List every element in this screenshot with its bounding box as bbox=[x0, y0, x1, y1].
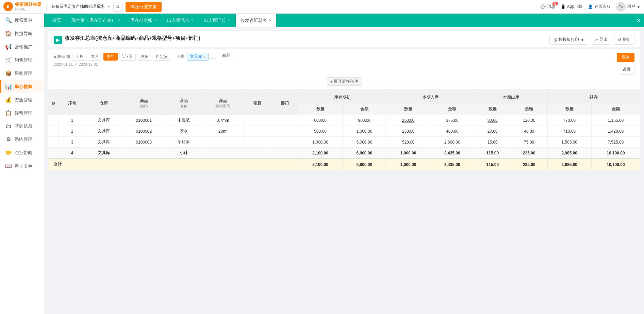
row-spec: 0.7mm bbox=[202, 115, 244, 126]
row-in-qty[interactable]: 1,000.00 bbox=[386, 148, 430, 159]
date-btn-last-month[interactable]: 上月 bbox=[72, 53, 86, 61]
sidebar-item-purchase[interactable]: 📦 采购管理 bbox=[0, 67, 44, 80]
row-warehouse: 文具库 bbox=[86, 148, 122, 159]
row-in-qty-link[interactable]: 1,000.00 bbox=[400, 151, 416, 155]
row-name: 胶水 bbox=[166, 126, 202, 137]
row-dept bbox=[271, 148, 298, 159]
warehouse-more-dots[interactable]: ... bbox=[211, 54, 217, 60]
setting-button[interactable]: 设置 bbox=[619, 65, 634, 75]
row-in-qty-link[interactable]: 520.00 bbox=[402, 140, 415, 145]
row-opening-qty: 2,100.00 bbox=[298, 148, 342, 159]
row-spec: 20ml bbox=[202, 126, 244, 137]
user-area[interactable]: Ea 用户 ▼ bbox=[616, 2, 641, 12]
row-out-qty-link[interactable]: 15.00 bbox=[488, 140, 498, 145]
row-in-qty[interactable]: 250.00 bbox=[386, 115, 430, 126]
row-balance-amt: 10,100.00 bbox=[591, 148, 640, 159]
message-button[interactable]: 💬 消息 6 bbox=[541, 4, 555, 10]
row-out-qty-link[interactable]: 115.00 bbox=[486, 151, 499, 155]
sidebar-item-enterprise[interactable]: 🤝 企业协同 bbox=[0, 146, 44, 159]
brand-tag: 标准版 bbox=[15, 7, 42, 12]
trial-button[interactable]: 体验行业方案 bbox=[126, 2, 162, 12]
row-dept bbox=[271, 137, 298, 148]
footer-opening-amt: 6,900.00 bbox=[342, 159, 386, 170]
export-icon: ↗ bbox=[595, 37, 598, 42]
row-in-qty[interactable]: 230.00 bbox=[386, 126, 430, 137]
sidebar-item-sales[interactable]: 🛒 销售管理 bbox=[0, 53, 44, 67]
footer-out-qty: 115.00 bbox=[474, 159, 511, 170]
tab-inout-summary[interactable]: 出入库汇总 × bbox=[199, 14, 235, 27]
date-btn-more[interactable]: 更多 bbox=[137, 53, 151, 61]
sidebar-item-quick-nav[interactable]: 🏠 快捷导航 bbox=[0, 27, 44, 40]
print-icon: 🖨 bbox=[553, 37, 557, 42]
row-in-qty-link[interactable]: 230.00 bbox=[402, 129, 415, 134]
tab-inout-summary-close[interactable]: × bbox=[228, 18, 230, 23]
row-out-qty-link[interactable]: 80.00 bbox=[488, 118, 498, 123]
sidebar-item-operations[interactable]: 📋 经营管理 bbox=[0, 106, 44, 120]
date-range-display: 2023-01-01 至 2023-12-31 bbox=[54, 62, 171, 67]
row-in-qty-link[interactable]: 250.00 bbox=[402, 118, 415, 123]
tab-inout-flow-close[interactable]: × bbox=[191, 18, 194, 23]
tab-batch-close[interactable]: × bbox=[154, 18, 157, 23]
export-button[interactable]: ↗ 导出 bbox=[591, 35, 611, 45]
col-project-header: 项目 bbox=[244, 92, 271, 115]
sidebar-item-basic-info[interactable]: 🗂 基础信息 bbox=[0, 120, 44, 133]
query-button[interactable]: 查询 bbox=[617, 53, 634, 62]
tab-stock-dist[interactable]: 现存量（库存分布表） × bbox=[67, 14, 125, 27]
row-code: 0100002 bbox=[122, 126, 166, 137]
row-out-qty[interactable]: 115.00 bbox=[474, 148, 511, 159]
date-btn-this-year[interactable]: 本年 bbox=[103, 53, 118, 61]
sidebar-item-guide[interactable]: 📖 新手引导 bbox=[0, 159, 44, 172]
system-dropdown-icon[interactable]: ▼ bbox=[107, 5, 111, 9]
settings-icon-button[interactable]: ⚙ bbox=[113, 2, 123, 12]
sidebar-item-inventory[interactable]: 📊 库存核算 bbox=[0, 80, 44, 93]
date-btn-custom[interactable]: 自定义 bbox=[153, 53, 171, 61]
tab-home[interactable]: 首页 bbox=[48, 14, 66, 27]
col-in-amt-header: 金额 bbox=[430, 103, 474, 115]
row-checkbox-cell bbox=[48, 126, 59, 137]
tab-batch[interactable]: 库存批次账 × bbox=[126, 14, 162, 27]
col-out-amt-header: 金额 bbox=[511, 103, 548, 115]
col-no-header: 序号 bbox=[59, 92, 86, 115]
sales-icon: 🛒 bbox=[5, 57, 12, 63]
row-out-qty[interactable]: 20.00 bbox=[474, 126, 511, 137]
row-opening-qty: 500.00 bbox=[298, 126, 342, 137]
row-warehouse: 文具库 bbox=[86, 126, 122, 137]
sidebar-item-search[interactable]: 🔍 搜索菜单 bbox=[0, 14, 44, 27]
col-settings-header[interactable]: ⚙ bbox=[48, 92, 59, 115]
online-service-button[interactable]: 👤 在线客服 bbox=[588, 4, 611, 10]
tab-inout-flow[interactable]: 出入库流水 × bbox=[162, 14, 198, 27]
print-button[interactable]: 🖨 按模板打印 ▼ bbox=[549, 35, 588, 45]
expand-arrow-button[interactable]: ▶ bbox=[54, 36, 62, 44]
inventory-icon: 📊 bbox=[5, 83, 12, 90]
home-icon: 🏠 bbox=[5, 30, 12, 37]
footer-balance-amt: 10,100.00 bbox=[591, 159, 640, 170]
date-btn-7days[interactable]: 近7天 bbox=[119, 53, 136, 61]
sidebar-item-marketing[interactable]: 📢 营销推广 bbox=[0, 40, 44, 53]
sidebar-item-finance[interactable]: 💰 资金管理 bbox=[0, 93, 44, 106]
tab-receipt-summary-close[interactable]: × bbox=[269, 18, 271, 23]
system-name: 装备及固定资产辅助管理系统 bbox=[51, 4, 104, 10]
footer-out-amt: 235.00 bbox=[511, 159, 548, 170]
content-area: 首页 现存量（库存分布表） × 库存批次账 × 出入库流水 × 出入库汇总 × bbox=[44, 14, 644, 314]
sidebar-item-system[interactable]: ⚙ 系统管理 bbox=[0, 133, 44, 146]
operations-icon: 📋 bbox=[5, 110, 12, 116]
tab-stock-dist-close[interactable]: × bbox=[118, 18, 120, 23]
row-out-qty[interactable]: 15.00 bbox=[474, 137, 511, 148]
sidebar: 🔍 搜索菜单 🏠 快捷导航 📢 营销推广 🛒 销售管理 📦 采购管 bbox=[0, 14, 44, 314]
warehouse-tag-close[interactable]: × bbox=[203, 55, 205, 59]
sidebar-label-finance: 资金管理 bbox=[15, 97, 32, 103]
goods-filter-label: 商品 bbox=[222, 53, 230, 59]
system-icon: ⚙ bbox=[5, 136, 12, 143]
app-download-button[interactable]: 📱 App下载 bbox=[561, 4, 582, 10]
row-out-qty-link[interactable]: 20.00 bbox=[488, 129, 498, 134]
row-out-qty[interactable]: 80.00 bbox=[474, 115, 511, 126]
expand-more-button[interactable]: ▾ 展开更多条件 bbox=[327, 77, 362, 86]
row-opening-amt: 1,000.00 bbox=[342, 126, 386, 137]
goods-more-dots[interactable]: ... bbox=[232, 53, 238, 59]
tab-receipt-summary[interactable]: 收发存汇总表 × bbox=[236, 14, 276, 27]
tab-bar-close-button[interactable]: ✕ bbox=[636, 17, 641, 24]
refresh-button[interactable]: ↺ 刷新 bbox=[614, 35, 634, 45]
row-in-qty[interactable]: 520.00 bbox=[386, 137, 430, 148]
date-filter-label: 记账日期 bbox=[54, 54, 70, 60]
date-btn-this-month[interactable]: 本月 bbox=[88, 53, 102, 61]
